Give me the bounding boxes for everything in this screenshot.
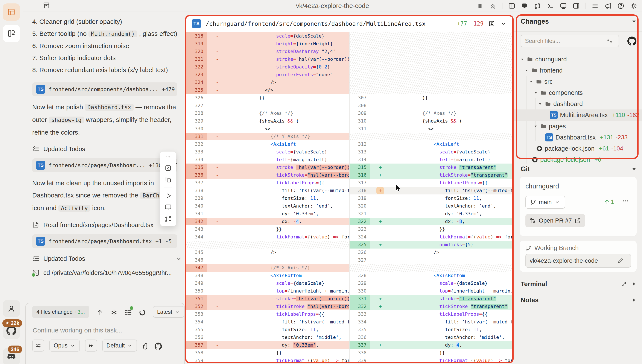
tree-file[interactable]: package-lock.json+61-104 — [514, 143, 642, 154]
diff-sign — [207, 117, 228, 125]
diff-new-cell: 335 fontSize: 11, — [349, 326, 512, 334]
github-sync-icon[interactable] — [627, 36, 636, 46]
add-comment-button[interactable]: + — [376, 187, 384, 194]
collapse-changes-icon[interactable] — [631, 19, 637, 24]
tree-folder[interactable]: src — [514, 76, 642, 87]
caret-down-icon[interactable] — [524, 68, 529, 73]
collapse-up-icon[interactable] — [489, 2, 496, 10]
model-dropdown[interactable]: Opus — [49, 340, 80, 352]
diff-view-icon[interactable] — [488, 20, 495, 27]
todos-icon[interactable] — [125, 308, 132, 316]
github-button[interactable]: 22k — [3, 322, 20, 339]
discord-button[interactable]: 346 — [3, 348, 20, 364]
file-chip-row: TSfrontend/src/components/dashboa...+479 — [32, 76, 183, 96]
terminal-command-row[interactable]: cd /private/var/folders/10/h7w0q46556ggr… — [32, 269, 183, 276]
file-search — [521, 35, 619, 47]
message-input[interactable]: Continue working on this task... — [26, 321, 184, 334]
collapse-diff-icon[interactable] — [500, 20, 507, 27]
line-number: 324 — [186, 78, 207, 86]
tree-file[interactable]: TSMultiLineArea.tsx+110-162 — [514, 110, 642, 120]
tree-file[interactable]: package-lock.json+6 — [514, 154, 642, 165]
git-compare-icon[interactable] — [534, 2, 541, 10]
settings-icon[interactable] — [630, 2, 637, 10]
line-number: 348 — [186, 272, 207, 280]
working-branch-input[interactable] — [526, 257, 617, 264]
folder-icon — [536, 78, 542, 85]
file-chip[interactable]: TSfrontend/src/pages/Dashboar...+130-233 — [32, 158, 177, 172]
open-notes-icon[interactable] — [631, 297, 637, 303]
sparkle-icon[interactable] — [110, 308, 118, 316]
line-number: 339 — [350, 357, 370, 363]
file-chip[interactable]: TSfrontend/src/pages/Dashboard.tsx+1-5 — [32, 234, 177, 248]
file-chip[interactable]: TSfrontend/src/components/dashboa...+479 — [32, 82, 177, 96]
tree-folder[interactable]: frontend — [514, 65, 642, 76]
line-number: 356 — [186, 334, 207, 341]
tree-folder[interactable]: churnguard — [514, 54, 642, 65]
chat-bubble-icon[interactable] — [521, 2, 528, 10]
attach-button[interactable] — [142, 341, 150, 350]
caret-down-icon[interactable] — [520, 57, 524, 62]
line-number: 320 — [186, 48, 207, 55]
copy-icon[interactable] — [165, 176, 172, 183]
monitor-icon[interactable] — [165, 204, 172, 211]
drag-handle-icon[interactable] — [165, 154, 171, 160]
tree-folder[interactable]: components — [514, 87, 642, 98]
panel-right-icon[interactable] — [573, 2, 580, 10]
caret-down-icon[interactable] — [533, 90, 538, 95]
settings-sliders-button[interactable] — [32, 340, 44, 352]
diff-row: 342- dx: -4,322+ dx: -8, — [186, 218, 512, 225]
rail-columns-button[interactable] — [3, 25, 20, 42]
line-number: 359 — [186, 357, 207, 363]
pause-icon[interactable] — [476, 2, 483, 10]
todos-row[interactable]: Updated Todos — [32, 255, 183, 262]
git-compare-icon[interactable] — [165, 215, 172, 222]
assistant-message: Now let me polish Dashboard.tsx — remove… — [32, 101, 183, 138]
code-line: <> — [391, 125, 512, 133]
tree-folder[interactable]: pages — [514, 120, 642, 132]
files-changed-chip[interactable]: 4 files changed +3... — [32, 306, 89, 318]
open-pr-button[interactable]: Open PR #7 — [525, 214, 585, 227]
latest-dropdown[interactable]: Latest — [153, 306, 184, 318]
play-icon[interactable] — [165, 192, 172, 200]
help-icon[interactable] — [617, 2, 624, 10]
line-number: 318 — [186, 32, 207, 40]
profile-button[interactable] — [3, 300, 20, 317]
menu-icon[interactable] — [591, 2, 599, 10]
diff-new-cell: 313 scale={valueScale} — [349, 148, 512, 156]
caret-down-icon[interactable] — [533, 124, 538, 128]
fast-forward-button[interactable] — [85, 340, 97, 352]
annotate-icon[interactable] — [165, 164, 172, 172]
collapse-tree-icon[interactable] — [606, 38, 615, 44]
collapse-git-icon[interactable] — [631, 166, 637, 172]
tree-folder[interactable]: dashboard — [514, 98, 642, 110]
rail-layout-button[interactable] — [3, 4, 20, 20]
diff-sign: + — [370, 302, 391, 310]
open-terminal-icon[interactable] — [631, 281, 637, 287]
chevron-down-icon[interactable] — [175, 255, 183, 262]
more-options-icon[interactable] — [622, 198, 629, 204]
notes-section[interactable]: Notes — [521, 292, 637, 308]
panel-left-icon[interactable] — [508, 2, 515, 10]
mode-dropdown[interactable]: Default — [102, 340, 137, 352]
branch-dropdown[interactable]: main — [525, 196, 565, 208]
github-cat-button[interactable] — [155, 341, 162, 350]
ts-file-icon: TS — [550, 111, 558, 119]
diff-row: 350 top={innerHeight + margin.top}330 to… — [186, 287, 512, 295]
tree-label: dashboard — [553, 100, 583, 108]
caret-down-icon[interactable] — [529, 79, 533, 84]
terminal-section[interactable]: Terminal — [521, 276, 637, 292]
todos-row[interactable]: Updated Todos — [32, 145, 183, 152]
caret-down-icon[interactable] — [538, 102, 543, 106]
megaphone-icon[interactable] — [604, 2, 611, 10]
diff-old-cell: 351- stroke="hsl(var(--border))" — [186, 295, 349, 302]
terminal-prompt-icon[interactable] — [547, 2, 554, 10]
diff-new-cell — [349, 78, 512, 86]
search-input[interactable] — [521, 38, 606, 44]
expand-terminal-icon[interactable] — [621, 281, 626, 287]
monitor-icon[interactable] — [560, 2, 567, 10]
edit-branch-icon[interactable] — [617, 258, 627, 264]
diff-new-cell — [349, 264, 512, 272]
line-number: 334 — [350, 318, 370, 326]
scroll-up-icon[interactable] — [96, 308, 104, 316]
tree-file[interactable]: TSDashboard.tsx+131-233 — [514, 132, 642, 143]
